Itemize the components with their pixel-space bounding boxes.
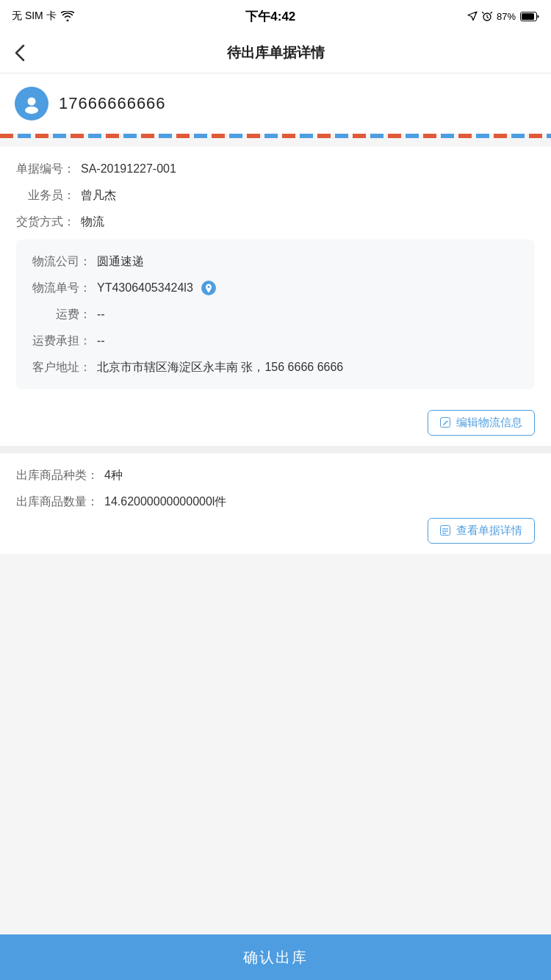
address-row: 客户地址： 北京市市辖区海淀区永丰南 张，156 6666 6666: [32, 359, 519, 376]
status-bar: 无 SIM 卡 下午4:42 87%: [0, 0, 551, 32]
goods-quantity-row: 出库商品数量： 14.62000000000000l件: [16, 493, 535, 511]
freight-value: --: [97, 306, 519, 323]
tracking-no-row: 物流单号： YT43064053424l3: [32, 279, 519, 297]
bottom-spacer: [0, 554, 551, 642]
sales-person-value: 曾凡杰: [81, 187, 535, 204]
confirm-bar[interactable]: 确认出库: [0, 934, 551, 980]
freight-bearer-row: 运费承担： --: [32, 332, 519, 350]
goods-quantity-value: 14.62000000000000l件: [104, 493, 535, 511]
goods-types-label: 出库商品种类：: [16, 466, 98, 484]
location-arrow-icon: [467, 11, 478, 21]
battery-icon: [520, 12, 539, 21]
svg-point-3: [28, 98, 36, 106]
svg-rect-2: [522, 13, 534, 20]
status-time: 下午4:42: [245, 8, 295, 25]
view-detail-button[interactable]: 查看单据详情: [428, 518, 535, 544]
document-icon: [440, 525, 452, 537]
edit-logistics-button[interactable]: 编辑物流信息: [428, 410, 535, 436]
status-left: 无 SIM 卡: [12, 10, 74, 23]
edit-icon: [440, 417, 452, 429]
section-divider: [0, 446, 551, 453]
freight-row: 运费： --: [32, 306, 519, 323]
tracking-no-value: YT43064053424l3: [97, 279, 519, 297]
view-detail-container: 查看单据详情: [0, 511, 551, 554]
logistics-company-value: 圆通速递: [97, 253, 519, 270]
sales-person-label: 业务员：: [16, 187, 75, 204]
carrier-text: 无 SIM 卡: [12, 10, 57, 23]
customer-phone: 17666666666: [59, 94, 166, 113]
edit-logistics-container: 编辑物流信息: [0, 403, 551, 446]
delivery-method-row: 交货方式： 物流: [16, 213, 535, 231]
goods-types-row: 出库商品种类： 4种: [16, 466, 535, 484]
freight-label: 运费：: [32, 306, 91, 323]
address-value: 北京市市辖区海淀区永丰南 张，156 6666 6666: [97, 359, 519, 376]
goods-section: 出库商品种类： 4种 出库商品数量： 14.62000000000000l件: [0, 453, 551, 511]
goods-types-value: 4种: [104, 466, 535, 484]
goods-quantity-label: 出库商品数量：: [16, 493, 98, 511]
view-detail-label: 查看单据详情: [456, 524, 522, 538]
status-right: 87%: [467, 11, 539, 22]
logistics-company-label: 物流公司：: [32, 253, 91, 270]
order-info-section: 单据编号： SA-20191227-001 业务员： 曾凡杰 交货方式： 物流 …: [0, 147, 551, 403]
logistics-company-row: 物流公司： 圆通速递: [32, 253, 519, 270]
page-title: 待出库单据详情: [227, 43, 325, 62]
nav-bar: 待出库单据详情: [0, 32, 551, 73]
svg-point-4: [25, 107, 38, 114]
order-no-value: SA-20191227-001: [81, 160, 535, 178]
back-button[interactable]: [15, 44, 25, 62]
edit-logistics-label: 编辑物流信息: [456, 416, 522, 430]
avatar: [15, 87, 48, 120]
customer-header: 17666666666: [0, 73, 551, 134]
confirm-button-label: 确认出库: [243, 948, 308, 968]
alarm-icon: [482, 11, 492, 21]
freight-bearer-label: 运费承担：: [32, 332, 91, 350]
logistics-card: 物流公司： 圆通速递 物流单号： YT43064053424l3: [16, 239, 535, 389]
freight-bearer-value: --: [97, 332, 519, 350]
tracking-no-label: 物流单号：: [32, 279, 91, 297]
order-no-row: 单据编号： SA-20191227-001: [16, 160, 535, 178]
order-no-label: 单据编号：: [16, 160, 75, 178]
address-label: 客户地址：: [32, 359, 91, 376]
wifi-icon: [61, 11, 74, 21]
delivery-method-label: 交货方式：: [16, 213, 75, 231]
map-pin-icon[interactable]: [201, 280, 217, 296]
battery-text: 87%: [497, 11, 516, 22]
delivery-method-value: 物流: [81, 213, 535, 231]
sales-person-row: 业务员： 曾凡杰: [16, 187, 535, 204]
svg-point-6: [207, 286, 209, 288]
dashed-divider: [0, 134, 551, 138]
